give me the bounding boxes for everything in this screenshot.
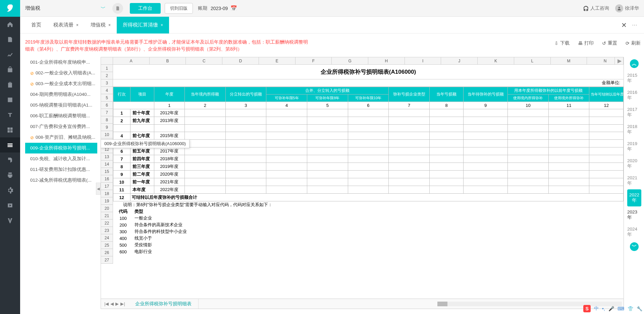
workbench-button[interactable]: 工作台: [130, 3, 161, 14]
user-menu[interactable]: 徐泽华: [615, 4, 639, 12]
year-2023年[interactable]: 2023年: [627, 206, 641, 224]
chevron-down-icon: ﹀: [101, 5, 106, 11]
sheet-item-3[interactable]: 004-期间费用明细表(A1040...: [25, 89, 97, 100]
sheet-item-8[interactable]: 009-企业所得税弥补亏损明...: [25, 143, 97, 153]
tab-label: 所得税汇算清缴: [123, 22, 158, 28]
warning-text: 2019年度涉及取以前年度结转数据的申报表单元格需要手工维护正确，才能保证本年及…: [25, 39, 310, 53]
reset-button[interactable]: ↺重置: [602, 40, 617, 46]
refresh-button[interactable]: ⟳刷新: [626, 40, 641, 46]
switch-old-version-button[interactable]: 切到旧版: [165, 3, 193, 14]
unit-label: 金额单位:: [602, 80, 620, 86]
nav-grid-icon[interactable]: [0, 122, 20, 137]
active-sheet-tab[interactable]: 企业所得税弥补亏损明细表: [128, 299, 199, 309]
nav-gear-icon[interactable]: [0, 183, 20, 198]
sheet-item-5[interactable]: 006-职工薪酬纳税调整明细...: [25, 111, 97, 121]
nav-clipboard-icon[interactable]: [0, 77, 20, 92]
ime-lang-button[interactable]: 中: [594, 306, 599, 312]
nav-home-icon[interactable]: [0, 17, 20, 32]
nav-bag-icon[interactable]: [0, 62, 20, 77]
ime-keyboard-icon[interactable]: ⌨: [618, 306, 624, 311]
year-2017年[interactable]: 2017年: [627, 104, 641, 121]
sheet-tab-prev-button[interactable]: ◀: [110, 301, 114, 306]
calendar-icon[interactable]: 📅: [230, 5, 237, 11]
sheet-item-9[interactable]: 010-免税、减计收入及加计...: [25, 153, 97, 164]
sheet-item-2[interactable]: ⊘003-一般企业成本支出明细...: [25, 78, 97, 89]
left-sidebar: [0, 0, 20, 314]
tab-close-button[interactable]: ×: [161, 23, 163, 27]
table-row[interactable]: [113, 125, 624, 132]
nav-chart-icon[interactable]: [0, 47, 20, 62]
tabs-more-button[interactable]: ⋯: [632, 22, 637, 28]
sheet-item-11[interactable]: 012-减免所得税优惠明细表(...: [25, 175, 97, 186]
tab-1[interactable]: 税表清册×: [47, 17, 85, 34]
table-row[interactable]: 5前六年度2016年度: [113, 140, 624, 147]
ime-punct-icon[interactable]: •ˌ: [602, 306, 605, 311]
sheet-item-7[interactable]: ⊘008-资产折旧、摊销及纳税...: [25, 132, 97, 143]
ime-tool-icon[interactable]: 🔧: [637, 306, 642, 311]
sheet-item-4[interactable]: 005-纳税调整项目明细表(A1...: [25, 100, 97, 111]
year-2018年[interactable]: 2018年: [627, 121, 641, 138]
year-2022年[interactable]: 2022年: [627, 189, 641, 206]
module-dropdown[interactable]: 增值税 ﹀: [25, 5, 106, 11]
ime-bar: S 中 •ˌ 🎤 ⌨ 👕 🔧: [583, 305, 642, 312]
table-row[interactable]: 2前九年度2013年度: [113, 117, 624, 125]
year-2024年[interactable]: 2024年: [627, 224, 641, 241]
year-2021年[interactable]: 2021年: [627, 172, 641, 189]
period-value[interactable]: 2023-09: [211, 6, 228, 11]
sheet-tabs: |◀ ◀ ▶ ▶| 企业所得税弥补亏损明细表: [101, 299, 624, 309]
expand-sheet-button[interactable]: ▶: [614, 57, 624, 64]
app-logo[interactable]: [0, 0, 20, 17]
tab-2[interactable]: 增值税×: [85, 17, 117, 34]
collapse-sheet-list-button[interactable]: ◀: [96, 183, 101, 195]
year-2019年[interactable]: 2019年: [627, 138, 641, 155]
tab-label: 首页: [31, 22, 41, 28]
nav-stack-icon[interactable]: [0, 137, 20, 152]
tab-3[interactable]: 所得税汇算清缴×: [117, 17, 169, 34]
sheet-tab-last-button[interactable]: ▶|: [120, 301, 125, 306]
year-2015年[interactable]: 2015年: [627, 70, 641, 87]
warning-icon: ⊘: [30, 71, 34, 76]
year-2020年[interactable]: 2020年: [627, 155, 641, 172]
nav-form-icon[interactable]: [0, 92, 20, 107]
ime-logo-icon[interactable]: S: [583, 305, 591, 312]
sheet-item-1[interactable]: ⊘002-一般企业收入明细表(A...: [25, 68, 97, 78]
sheet-tab-first-button[interactable]: |◀: [104, 301, 109, 306]
tab-close-button[interactable]: ×: [76, 23, 78, 27]
ime-skin-icon[interactable]: 👕: [628, 306, 633, 311]
refresh-icon: ⟳: [626, 41, 630, 46]
year-scroll-up-button[interactable]: ︽: [630, 59, 639, 68]
table-row[interactable]: 10前一年度2021年度: [113, 178, 624, 186]
year-scroll-down-button[interactable]: ︾: [630, 242, 639, 251]
header-doc-button[interactable]: [112, 3, 123, 14]
sheet-item-6[interactable]: 007-广告费和业务宣传费跨...: [25, 121, 97, 132]
table-row[interactable]: 8前三年度2019年度: [113, 163, 624, 171]
nav-v-icon[interactable]: [0, 213, 20, 228]
spreadsheet[interactable]: ABCDEFGHIJKLMN 1234567891011121314151617…: [101, 57, 624, 299]
top-header: 增值税 ﹀ 工作台 切到旧版 账期 2023-09 📅 🎧人工咨询 徐泽华: [20, 0, 644, 17]
sheet-item-0[interactable]: 001-企业所得税年度纳税申...: [25, 57, 97, 68]
sheet-toolbar: 2019年度涉及取以前年度结转数据的申报表单元格需要手工维护正确，才能保证本年及…: [25, 39, 641, 54]
close-all-tabs-button[interactable]: ✕: [621, 21, 627, 29]
tab-close-button[interactable]: ×: [108, 23, 111, 27]
nav-video-icon[interactable]: [0, 198, 20, 213]
year-2016年[interactable]: 2016年: [627, 87, 641, 104]
sheet-tab-next-button[interactable]: ▶: [115, 301, 119, 306]
table-row[interactable]: 9前二年度2020年度: [113, 171, 624, 178]
reset-icon: ↺: [602, 41, 606, 46]
table-row[interactable]: 11本年度2022年度: [113, 186, 624, 194]
table-row[interactable]: 12可结转以后年度弥补的亏损额合计: [113, 194, 624, 201]
consult-button[interactable]: 🎧人工咨询: [583, 5, 609, 11]
nav-print-icon[interactable]: [0, 168, 20, 183]
tab-0[interactable]: 首页: [25, 17, 47, 34]
ime-mic-icon[interactable]: 🎤: [608, 306, 614, 311]
nav-export-icon[interactable]: [0, 152, 20, 168]
print-button[interactable]: 🖶打印: [578, 40, 594, 46]
sheet-item-10[interactable]: 011-研发费用加计扣除优惠...: [25, 164, 97, 175]
nav-text-icon[interactable]: [0, 107, 20, 122]
table-row[interactable]: 6前五年度2017年度: [113, 147, 624, 155]
nav-doc-icon[interactable]: [0, 32, 20, 47]
table-row[interactable]: 7前四年度2018年度: [113, 155, 624, 163]
table-row[interactable]: 1前十年度2012年度: [113, 109, 624, 117]
table-row[interactable]: 4前七年度2015年度: [113, 132, 624, 140]
download-button[interactable]: ⇩下载: [554, 40, 570, 46]
